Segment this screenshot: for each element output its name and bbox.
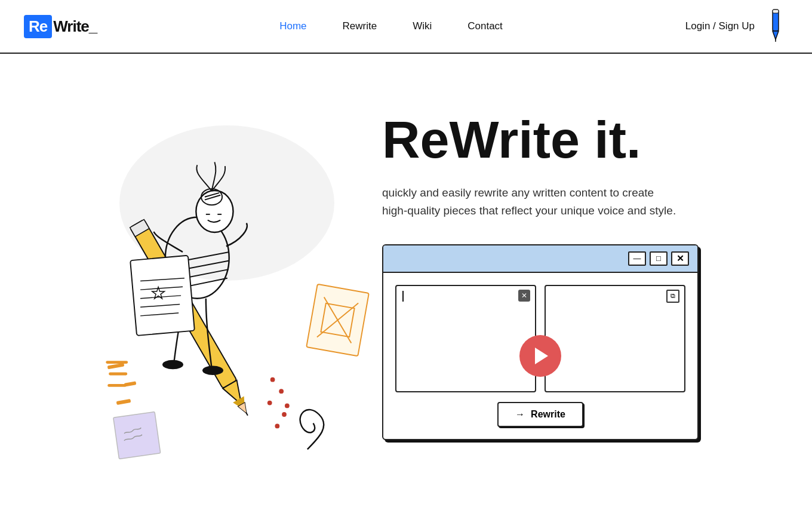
logo-write: Write xyxy=(53,17,89,36)
nav-link-wiki[interactable]: Wiki xyxy=(413,20,432,32)
nav-item-rewrite[interactable]: Rewrite xyxy=(343,20,377,32)
main-illustration: ★ xyxy=(36,90,370,496)
input-text-box[interactable]: ✕ xyxy=(395,285,536,392)
play-triangle-icon xyxy=(535,348,548,364)
rewrite-btn-row: → Rewrite xyxy=(395,402,685,427)
nav-links: Home Rewrite Wiki Contact xyxy=(279,20,503,32)
hero-illustration: ★ xyxy=(36,90,370,496)
hero-subtitle: quickly and easily rewrite any written c… xyxy=(382,184,681,220)
svg-point-22 xyxy=(202,365,223,375)
window-close-button[interactable]: ✕ xyxy=(671,251,689,266)
window-titlebar: — □ ✕ xyxy=(383,245,697,273)
svg-text:★: ★ xyxy=(151,284,165,302)
nav-link-contact[interactable]: Contact xyxy=(467,20,503,32)
svg-point-21 xyxy=(162,360,183,370)
output-text-box[interactable]: ⧉ xyxy=(545,285,685,392)
nav-item-home[interactable]: Home xyxy=(279,20,306,32)
svg-point-38 xyxy=(270,377,275,382)
svg-point-43 xyxy=(285,404,290,408)
rewrite-arrow-icon: → xyxy=(515,409,525,420)
hero-section: ★ xyxy=(0,54,812,508)
svg-point-39 xyxy=(279,389,284,394)
svg-point-40 xyxy=(267,401,272,406)
copy-output-button[interactable]: ⧉ xyxy=(666,290,679,303)
svg-line-9 xyxy=(246,413,248,416)
nav-right: Login / Sign Up xyxy=(685,8,788,44)
nav-link-home[interactable]: Home xyxy=(279,20,306,32)
navbar: ReWrite_ Home Rewrite Wiki Contact Login… xyxy=(0,0,812,54)
hero-title: ReWrite it. xyxy=(382,113,776,166)
text-cursor xyxy=(402,291,404,302)
svg-point-42 xyxy=(275,424,279,429)
svg-point-41 xyxy=(282,412,287,417)
rewrite-button-label: Rewrite xyxy=(531,409,565,420)
clear-input-button[interactable]: ✕ xyxy=(518,290,530,302)
rewrite-button[interactable]: → Rewrite xyxy=(497,402,583,427)
pen-svg xyxy=(767,8,785,42)
svg-rect-3 xyxy=(773,10,779,13)
logo-cursor: _ xyxy=(89,17,97,36)
logo[interactable]: ReWrite_ xyxy=(24,15,97,38)
login-signup-button[interactable]: Login / Sign Up xyxy=(685,20,755,32)
window-maximize-button[interactable]: □ xyxy=(650,251,668,266)
nav-item-contact[interactable]: Contact xyxy=(467,20,503,32)
svg-rect-30 xyxy=(113,411,161,459)
nav-link-rewrite[interactable]: Rewrite xyxy=(343,20,377,32)
svg-marker-1 xyxy=(773,31,779,39)
hero-content: ReWrite it. quickly and easily rewrite a… xyxy=(370,90,776,440)
play-button[interactable] xyxy=(519,335,561,377)
window-body: ✕ ⧉ → Rewrite xyxy=(383,273,697,439)
window-minimize-button[interactable]: — xyxy=(628,251,646,266)
logo-re: Re xyxy=(24,15,52,38)
pen-icon xyxy=(767,8,788,44)
nav-item-wiki[interactable]: Wiki xyxy=(413,20,432,32)
app-window: — □ ✕ ✕ ⧉ xyxy=(382,244,699,440)
